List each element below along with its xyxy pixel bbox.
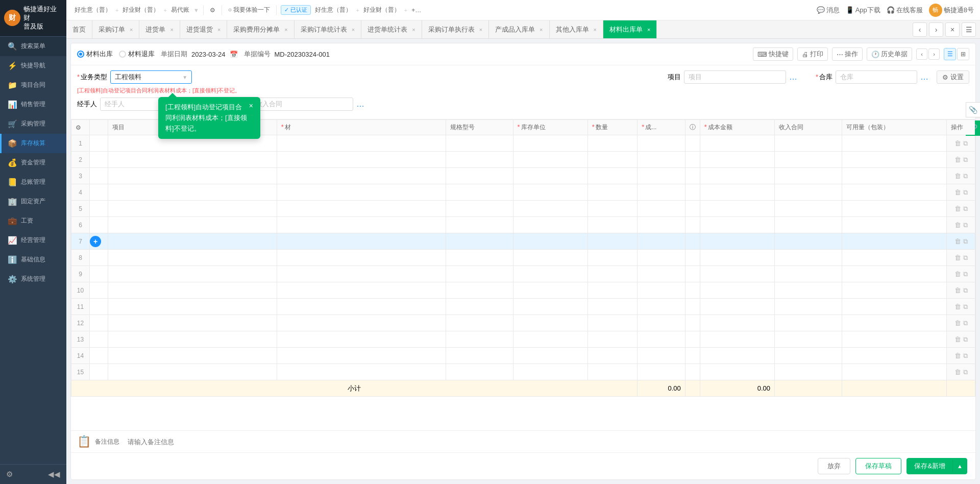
cell-unit[interactable] [513,135,587,152]
cell-qty[interactable] [587,266,638,282]
cell-project[interactable] [108,282,277,299]
cell-cost-info[interactable] [685,282,700,299]
tab-home[interactable]: 首页 [66,20,92,39]
biz-type-select[interactable]: 工程领料 ▼ [110,70,192,84]
cell-unit[interactable] [513,282,587,299]
app-download-btn[interactable]: 📱 App下载 [846,6,880,15]
cell-qty[interactable] [587,168,638,184]
cell-spec[interactable] [446,331,513,348]
cell-qty[interactable] [587,152,638,168]
tab-finished-goods[interactable]: 产成品入库单 × [489,20,549,39]
delete-row-icon[interactable]: 🗑 [954,172,961,180]
cell-material[interactable] [277,233,446,250]
cell-material[interactable] [277,348,446,364]
online-service-btn[interactable]: 🎧 在线客服 [887,6,923,15]
copy-row-icon[interactable]: ⧉ [963,254,968,262]
cell-income-contract[interactable] [775,217,842,233]
shortcut-btn[interactable]: ⌨ 快捷键 [753,47,793,61]
cell-project[interactable] [108,331,277,348]
cell-unit[interactable] [513,315,587,331]
tab-close-purchase-stats[interactable]: × [352,27,355,33]
cell-spec[interactable] [446,201,513,217]
sidebar-item-system[interactable]: ⚙️ 系统管理 [0,270,66,289]
cell-income-contract[interactable] [775,135,842,152]
copy-row-icon[interactable]: ⧉ [963,319,968,327]
tab-goods-stats[interactable]: 进货单统计表 × [361,20,422,39]
cell-available-qty[interactable] [842,364,946,380]
copy-row-icon[interactable]: ⧉ [963,139,968,148]
cell-material[interactable] [277,217,446,233]
cell-cost-info[interactable] [685,364,700,380]
cell-spec[interactable] [446,184,513,201]
cell-material[interactable] [277,168,446,184]
cell-project[interactable] [108,233,277,250]
cell-unit[interactable] [513,184,587,201]
collapse-icon[interactable]: ◀◀ [48,470,60,479]
cell-cost-info[interactable] [685,135,700,152]
cell-cost-price[interactable] [638,315,685,331]
cell-income-contract[interactable] [775,152,842,168]
search-menu-item[interactable]: 🔍 搜索菜单 [0,37,66,56]
cell-cost-info[interactable] [685,299,700,315]
cell-project[interactable] [108,201,277,217]
cell-available-qty[interactable] [842,168,946,184]
cell-project[interactable] [108,217,277,233]
cell-cost-price[interactable] [638,266,685,282]
cell-project[interactable] [108,152,277,168]
cell-available-qty[interactable] [842,282,946,299]
cell-unit[interactable] [513,233,587,250]
cell-project[interactable] [108,364,277,380]
cell-material[interactable] [277,282,446,299]
cell-available-qty[interactable] [842,184,946,201]
copy-row-icon[interactable]: ⧉ [963,172,968,180]
cell-income-contract[interactable] [775,315,842,331]
delete-row-icon[interactable]: 🗑 [954,319,961,327]
settings-btn[interactable]: ⚙ 设置 [937,70,969,84]
toplink-experience[interactable]: ○ 我要体验一下 [226,5,273,15]
toplink-yidaizhang[interactable]: 易代账 [169,5,191,15]
cell-available-qty[interactable] [842,299,946,315]
cell-project[interactable] [108,299,277,315]
delete-row-icon[interactable]: 🗑 [954,188,961,196]
cell-unit[interactable] [513,168,587,184]
cell-cost-price[interactable] [638,250,685,266]
cell-material[interactable] [277,184,446,201]
user-avatar[interactable]: 畅 畅捷通8号 [929,4,974,17]
copy-row-icon[interactable]: ⧉ [963,270,968,278]
cell-cost-info[interactable] [685,315,700,331]
prev-doc-btn[interactable]: ‹ [916,49,927,60]
calendar-icon[interactable]: 📅 [230,51,238,58]
cell-income-contract[interactable] [775,364,842,380]
cell-cost-price[interactable] [638,364,685,380]
delete-row-icon[interactable]: 🗑 [954,352,961,359]
notes-input[interactable] [128,438,969,446]
toplink-more[interactable]: +… [409,6,423,15]
cell-cost-amount[interactable] [700,217,774,233]
cell-cost-amount[interactable] [700,168,774,184]
cell-cost-amount[interactable] [700,152,774,168]
tab-menu-btn[interactable]: ☰ [962,22,976,37]
cell-spec[interactable] [446,364,513,380]
cell-cost-amount[interactable] [700,282,774,299]
cell-cost-amount[interactable] [700,266,774,282]
cell-unit[interactable] [513,250,587,266]
cell-cost-info[interactable] [685,250,700,266]
cell-qty[interactable] [587,135,638,152]
delete-row-icon[interactable]: 🗑 [954,270,961,278]
tab-close-other-inbound[interactable]: × [594,27,597,33]
warehouse-more-btn[interactable]: … [920,72,928,82]
cell-qty[interactable] [587,217,638,233]
cell-available-qty[interactable] [842,233,946,250]
cell-qty[interactable] [587,331,638,348]
tab-purchase-expenses[interactable]: 采购费用分摊单 × [227,20,294,39]
cell-cost-info[interactable] [685,184,700,201]
sidebar-item-operations[interactable]: 📈 经营管理 [0,231,66,250]
tab-close-finished-goods[interactable]: × [540,27,543,33]
cell-material[interactable] [277,201,446,217]
cell-cost-price[interactable] [638,135,685,152]
tab-close-goods-return[interactable]: × [217,27,220,33]
project-input[interactable]: 项目 [684,70,786,84]
copy-row-icon[interactable]: ⧉ [963,205,968,213]
cell-project[interactable] [108,315,277,331]
cell-project[interactable] [108,348,277,364]
